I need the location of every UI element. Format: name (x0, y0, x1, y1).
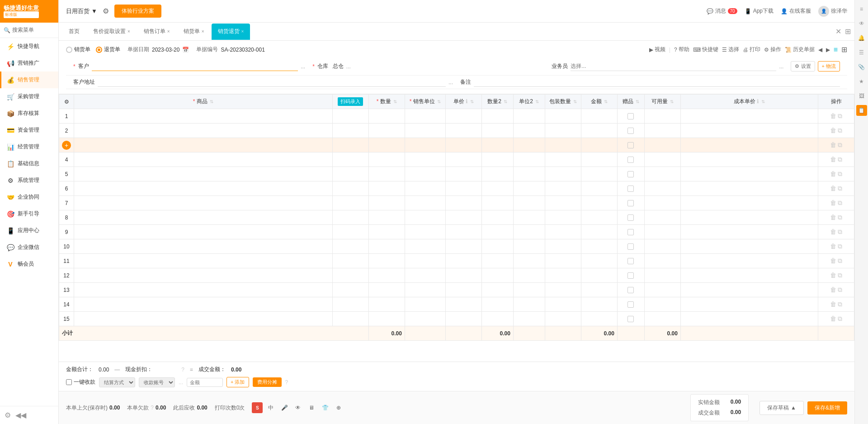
delete-row-btn[interactable]: 🗑 (830, 315, 836, 322)
sidebar-item-apps[interactable]: 📱 应用中心 (0, 222, 58, 239)
cell-unit2[interactable] (513, 254, 545, 268)
delete-row-btn[interactable]: 🗑 (830, 127, 836, 134)
maximize-btn[interactable]: ⊞ (845, 27, 851, 36)
cell-amount[interactable] (581, 225, 617, 239)
onepay-check[interactable] (66, 379, 72, 385)
cell-cost-price[interactable] (680, 109, 818, 124)
cell-available[interactable] (644, 167, 680, 181)
col-amount-sort[interactable]: ⇅ (604, 99, 608, 104)
cell-qty2[interactable] (481, 124, 513, 138)
cell-unit-price[interactable] (445, 210, 481, 225)
cell-pkg-qty[interactable] (545, 196, 581, 210)
cell-unit-price[interactable] (445, 283, 481, 297)
copy-row-btn[interactable]: ⧉ (838, 112, 842, 119)
cell-pkg-qty[interactable] (545, 254, 581, 268)
address-picker[interactable]: ... (448, 79, 453, 86)
cell-gift[interactable] (617, 167, 644, 181)
cell-cost-price[interactable] (680, 167, 818, 181)
gift-checkbox[interactable] (627, 316, 634, 322)
cell-cost-price[interactable] (680, 283, 818, 297)
cell-unit-price[interactable] (445, 297, 481, 312)
cell-unit-price[interactable] (445, 312, 481, 326)
cell-unit2[interactable] (513, 138, 545, 152)
cell-pkg-qty[interactable] (545, 283, 581, 297)
topbar-gear-icon[interactable]: ⚙ (103, 7, 109, 15)
cell-unit2[interactable] (513, 239, 545, 254)
cell-unit-price[interactable] (445, 239, 481, 254)
save-draft-btn[interactable]: 保存草稿 ▲ (760, 401, 804, 415)
cell-product[interactable] (74, 268, 333, 283)
cell-gift[interactable] (617, 210, 644, 225)
sidebar-item-basic[interactable]: 📋 基础信息 (0, 155, 58, 172)
collapse-icon[interactable]: ◀◀ (15, 411, 26, 419)
cell-unit[interactable] (405, 181, 445, 196)
cell-unit[interactable] (405, 109, 445, 124)
cell-unit2[interactable] (513, 124, 545, 138)
cell-amount[interactable] (581, 167, 617, 181)
col-available-sort[interactable]: ⇅ (670, 99, 674, 104)
cell-qty[interactable] (368, 268, 405, 283)
cell-qty[interactable] (368, 297, 405, 312)
cell-cost-price[interactable] (680, 124, 818, 138)
salesperson-input[interactable] (571, 62, 776, 71)
sidebar-item-wechat[interactable]: 💬 企业微信 (0, 239, 58, 256)
cell-unit2[interactable] (513, 181, 545, 196)
cell-pkg-qty[interactable] (545, 210, 581, 225)
cell-unit-price[interactable] (445, 268, 481, 283)
settlement-select[interactable]: 结算方式 (99, 377, 135, 387)
sidebar-item-member[interactable]: V 畅会员 (0, 256, 58, 272)
cell-unit-price[interactable] (445, 225, 481, 239)
cell-qty2[interactable] (481, 210, 513, 225)
right-icon-7[interactable]: 🖼 (856, 91, 867, 101)
cell-gift[interactable] (617, 181, 644, 196)
cell-unit2[interactable] (513, 297, 545, 312)
cell-qty[interactable] (368, 196, 405, 210)
tab-close-delivery[interactable]: × (202, 29, 204, 34)
cell-available[interactable] (644, 152, 680, 167)
cell-amount[interactable] (581, 181, 617, 196)
cell-unit[interactable] (405, 138, 445, 152)
cell-unit2[interactable] (513, 268, 545, 283)
message-btn[interactable]: 💬 消息 70 (707, 7, 737, 15)
copy-row-btn[interactable]: ⧉ (838, 185, 842, 192)
cell-pkg-qty[interactable] (545, 109, 581, 124)
copy-row-btn[interactable]: ⧉ (838, 300, 842, 308)
copy-row-btn[interactable]: ⧉ (838, 199, 842, 206)
cell-unit-price[interactable] (445, 109, 481, 124)
cell-product[interactable] (74, 109, 333, 124)
add-row-btn[interactable]: + (62, 141, 71, 150)
online-service-btn[interactable]: 👤 在线客服 (781, 7, 811, 15)
sidebar-item-sales[interactable]: 💰 销售管理 (0, 71, 58, 88)
cell-qty[interactable] (368, 312, 405, 326)
tool-mic[interactable]: 🎤 (279, 402, 290, 413)
cell-available[interactable] (644, 124, 680, 138)
cell-pkg-qty[interactable] (545, 124, 581, 138)
cell-qty2[interactable] (481, 239, 513, 254)
copy-row-btn[interactable]: ⧉ (838, 127, 842, 134)
tool-monitor[interactable]: 🖥 (306, 402, 317, 413)
cell-qty[interactable] (368, 124, 405, 138)
nav-prev-btn[interactable]: ◀ (818, 47, 822, 53)
gift-checkbox[interactable] (627, 287, 634, 293)
cell-gift[interactable] (617, 283, 644, 297)
col-pkg-sort[interactable]: ⇅ (573, 99, 577, 104)
gift-checkbox[interactable] (627, 258, 634, 264)
help-action[interactable]: ? 帮助 (674, 46, 689, 53)
sidebar-item-finance[interactable]: 💳 资金管理 (0, 122, 58, 138)
cell-gift[interactable] (617, 109, 644, 124)
cell-gift[interactable] (617, 254, 644, 268)
cell-product[interactable] (74, 297, 333, 312)
cell-qty2[interactable] (481, 152, 513, 167)
sidebar-item-purchase[interactable]: 🛒 采购管理 (0, 88, 58, 105)
cell-product[interactable] (74, 283, 333, 297)
remark-input[interactable] (474, 77, 840, 87)
cell-unit2[interactable] (513, 312, 545, 326)
cell-unit-price[interactable] (445, 167, 481, 181)
close-all-btn[interactable]: ✕ (835, 27, 841, 36)
cell-unit[interactable] (405, 254, 445, 268)
cell-unit[interactable] (405, 225, 445, 239)
sidebar-item-operations[interactable]: 📊 经营管理 (0, 138, 58, 155)
cell-unit2[interactable] (513, 167, 545, 181)
col-cost-info[interactable]: ℹ (757, 98, 759, 105)
tool-extra[interactable]: ⊕ (333, 402, 344, 413)
